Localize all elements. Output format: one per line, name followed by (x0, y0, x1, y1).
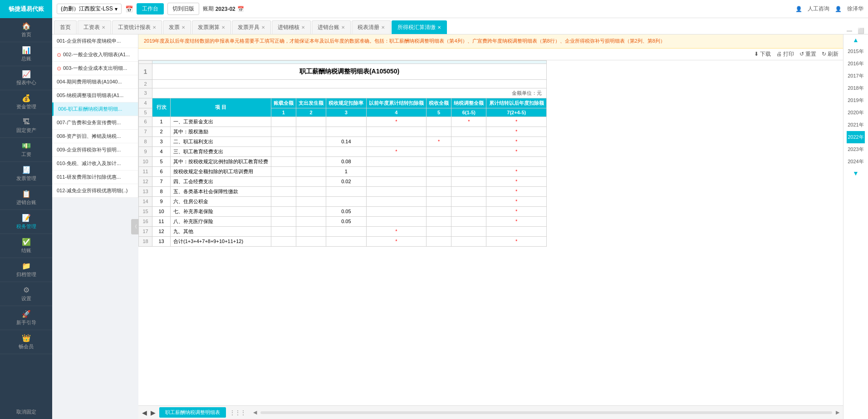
row-c4[interactable] (366, 186, 426, 196)
row-c4[interactable] (366, 156, 426, 166)
row-c6[interactable] (451, 206, 486, 216)
tab-invoice-issue[interactable]: 发票开具 ✕ (232, 20, 271, 34)
row-c3[interactable] (326, 117, 366, 127)
form-list-item-012[interactable]: 012-减免企业所得税优惠明细(..) (52, 184, 138, 198)
row-c5[interactable] (427, 176, 451, 186)
row-c1[interactable] (271, 196, 296, 206)
year-nav-item[interactable]: 2018年 (847, 82, 864, 94)
row-c7[interactable]: * (486, 236, 547, 246)
tab-home[interactable]: 首页 (54, 20, 77, 34)
refresh-button[interactable]: ↻ 刷新 (822, 50, 839, 58)
row-c2[interactable] (296, 236, 326, 246)
row-c7[interactable]: * (486, 176, 547, 186)
row-c3[interactable]: 0.14 (326, 136, 366, 146)
tab-salary[interactable]: 工资表 ✕ (78, 20, 111, 34)
row-c3[interactable] (326, 146, 366, 156)
tab-tax-list-close[interactable]: ✕ (381, 25, 385, 30)
row-c1[interactable] (271, 117, 296, 127)
window-maximize-icon[interactable]: ⬜ (856, 28, 866, 34)
sidebar-item-salary[interactable]: 💵 工资 (0, 138, 52, 162)
tab-tax-list[interactable]: 税表清册 ✕ (352, 20, 391, 34)
user-label[interactable]: 徐泽华 (847, 5, 863, 13)
row-c4[interactable]: * (366, 146, 426, 156)
year-nav-item[interactable]: 2024年 (847, 156, 864, 168)
tab-invoice-close[interactable]: ✕ (181, 25, 185, 30)
row-c5[interactable] (427, 206, 451, 216)
row-c3[interactable]: 1 (326, 166, 366, 176)
row-c6[interactable] (451, 176, 486, 186)
tab-sales-ledger[interactable]: 进销台账 ✕ (312, 20, 351, 34)
row-c6[interactable] (451, 216, 486, 226)
collapse-panel-arrow[interactable]: 《 (131, 219, 138, 234)
tab-income-tax[interactable]: 所得税汇算清缴 ✕ (392, 20, 447, 34)
row-c1[interactable] (271, 146, 296, 156)
year-nav-item[interactable]: 2021年 (847, 119, 864, 131)
sidebar-item-ledger[interactable]: 📊 总账 (0, 42, 52, 66)
row-c6[interactable]: * (451, 117, 486, 127)
year-nav-up-arrow[interactable]: ▲ (851, 34, 861, 45)
row-c2[interactable] (296, 127, 326, 136)
year-nav-item[interactable]: 2016年 (847, 58, 864, 70)
reset-button[interactable]: ↺ 重置 (799, 50, 816, 58)
row-c6[interactable] (451, 127, 486, 136)
bottom-tab-active[interactable]: 职工薪酬纳税调整明细表 (159, 407, 226, 418)
row-c3[interactable] (326, 186, 366, 196)
row-c6[interactable] (451, 146, 486, 156)
row-c7[interactable]: * (486, 216, 547, 226)
row-c5[interactable] (427, 166, 451, 176)
year-nav-down-arrow[interactable]: ▼ (851, 168, 861, 179)
row-c3[interactable]: 0.08 (326, 156, 366, 166)
form-list-item-001[interactable]: 001-企业所得税年度纳税申... (52, 34, 138, 48)
row-c1[interactable] (271, 186, 296, 196)
row-c3[interactable] (326, 127, 366, 136)
print-button[interactable]: 🖨 打印 (776, 50, 794, 58)
nav-left-icon[interactable]: ◀ (142, 409, 147, 416)
row-c6[interactable] (451, 236, 486, 246)
switch-old-button[interactable]: 切到旧版 (167, 3, 199, 15)
row-c1[interactable] (271, 236, 296, 246)
year-nav-item[interactable]: 2020年 (847, 107, 864, 119)
row-c7[interactable] (486, 156, 547, 166)
scroll-left-icon[interactable]: ◀ (253, 409, 257, 415)
row-c3[interactable]: 0.05 (326, 206, 366, 216)
tab-sales-check-close[interactable]: ✕ (301, 25, 305, 30)
row-c3[interactable] (326, 226, 366, 236)
row-c6[interactable] (451, 226, 486, 236)
row-c5[interactable] (427, 226, 451, 236)
sidebar-item-member[interactable]: 👑 畅会员 (0, 330, 52, 354)
row-c7[interactable]: * (486, 127, 547, 136)
tab-salary-stats-close[interactable]: ✕ (152, 25, 156, 30)
form-list-item-004[interactable]: 004-期间费用明细表(A1040... (52, 75, 138, 89)
row-c2[interactable] (296, 216, 326, 226)
sidebar-item-home[interactable]: 🏠 首页 (0, 18, 52, 42)
row-c2[interactable] (296, 166, 326, 176)
row-c3[interactable] (326, 196, 366, 206)
support-label[interactable]: 人工咨询 (808, 5, 829, 13)
year-nav-item[interactable]: 2019年 (847, 94, 864, 107)
row-c1[interactable] (271, 176, 296, 186)
row-c6[interactable] (451, 186, 486, 196)
tab-sales-ledger-close[interactable]: ✕ (341, 25, 345, 30)
row-c4[interactable] (366, 176, 426, 186)
download-button[interactable]: ⬇ 下载 (754, 50, 771, 58)
form-list-item-003[interactable]: ⊙ 003-一般企业成本支出明细... (52, 62, 138, 75)
row-c2[interactable] (296, 146, 326, 156)
form-list-item-010[interactable]: 010-免税、减计收入及加计... (52, 157, 138, 171)
form-list-item-006[interactable]: 006-职工薪酬纳税调整明细... (52, 102, 138, 116)
row-c6[interactable] (451, 196, 486, 206)
nav-right-icon[interactable]: ▶ (151, 409, 156, 416)
form-list-item-009[interactable]: 009-企业所得税弥补亏损明... (52, 143, 138, 157)
row-c5[interactable] (427, 117, 451, 127)
row-c4[interactable]: * (366, 226, 426, 236)
row-c3[interactable]: 0.05 (326, 216, 366, 226)
window-minimize-icon[interactable]: — (845, 28, 854, 34)
sidebar-item-tax[interactable]: 📝 税务管理 (0, 210, 52, 234)
scroll-right-icon[interactable]: ▶ (836, 409, 839, 415)
form-list-item-002[interactable]: ⊙ 002-一般企业收入明细表(A1... (52, 48, 138, 62)
row-c5[interactable] (427, 156, 451, 166)
row-c4[interactable] (366, 206, 426, 216)
row-c1[interactable] (271, 206, 296, 216)
tab-invoice-calc[interactable]: 发票测算 ✕ (192, 20, 231, 34)
tab-invoice-calc-close[interactable]: ✕ (221, 25, 225, 30)
sidebar-item-assets[interactable]: 🏗 固定资产 (0, 114, 52, 138)
